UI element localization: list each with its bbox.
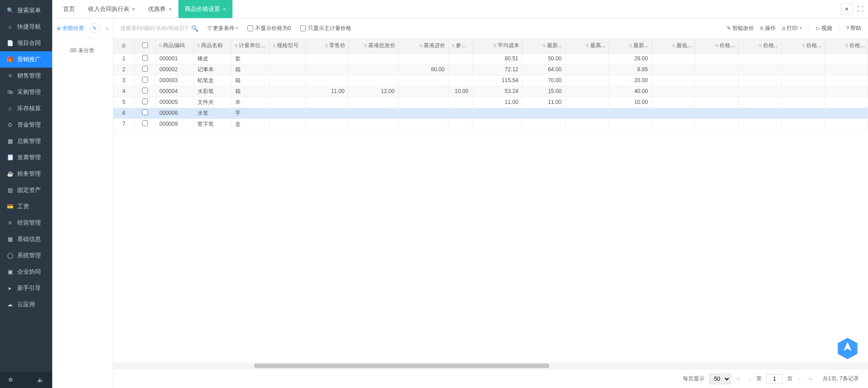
cell-retail[interactable] <box>305 97 348 108</box>
cell-p1[interactable] <box>695 75 738 86</box>
sidebar-item-cloud[interactable]: ☁云应用 <box>0 296 52 313</box>
cell-retail[interactable] <box>305 118 348 129</box>
tab[interactable]: 收入合同执行表× <box>82 0 142 18</box>
column-header[interactable]: ⇅商品编码 <box>156 39 194 53</box>
sidebar-item-receipt[interactable]: 🧾发票管理 <box>0 149 52 166</box>
cell-name[interactable]: 水笔 <box>193 108 232 118</box>
table-row[interactable]: 6000006水笔手 <box>113 108 868 118</box>
cell-c1[interactable]: 64.00 <box>522 64 565 75</box>
column-header[interactable]: ⇅参考... <box>449 39 472 53</box>
cell-wholesale[interactable] <box>348 53 398 64</box>
cell-wholesale[interactable] <box>348 118 398 129</box>
cell-c2[interactable] <box>565 75 608 86</box>
sidebar-item-bag[interactable]: 🛍采购管理 <box>0 84 52 100</box>
row-checkbox[interactable] <box>142 120 148 126</box>
column-header[interactable]: ⇅最高... <box>565 39 608 53</box>
column-header[interactable]: ⇅计量单位... <box>232 39 270 53</box>
cell-unit[interactable]: 箱 <box>232 64 270 75</box>
category-all-button[interactable]: ⊞ 全部分类 <box>57 25 84 32</box>
cell-p2[interactable] <box>738 108 781 118</box>
sidebar-item-guide[interactable]: ▸新手引导 <box>0 280 52 296</box>
cell-purchase[interactable] <box>399 118 449 129</box>
cell-c2[interactable] <box>565 108 608 118</box>
cell-purchase[interactable] <box>399 86 449 97</box>
sort-icon[interactable]: ⇅ <box>197 43 200 48</box>
cell-p2[interactable] <box>738 75 781 86</box>
column-header[interactable]: ⇅最低... <box>652 39 695 53</box>
cell-c4[interactable] <box>652 97 695 108</box>
settings-icon[interactable]: ⚙ <box>8 377 13 383</box>
cell-c1[interactable]: 70.00 <box>522 75 565 86</box>
select-all-checkbox[interactable] <box>142 42 148 48</box>
hide-zero-checkbox[interactable]: 不显示价格为0 <box>247 25 291 32</box>
cell-c1[interactable]: 50.00 <box>522 53 565 64</box>
cell-unit[interactable]: 手 <box>232 108 270 118</box>
cell-p4[interactable] <box>824 108 868 118</box>
cell-c4[interactable] <box>652 53 695 64</box>
cell-purchase[interactable] <box>399 108 449 118</box>
tab-close-icon[interactable]: × <box>223 6 226 12</box>
hide-zero-input[interactable] <box>247 25 253 31</box>
tab-close-icon[interactable]: × <box>168 6 171 12</box>
cell-wholesale[interactable] <box>348 64 398 75</box>
cell-spec[interactable] <box>269 64 305 75</box>
cell-avg[interactable] <box>472 118 522 129</box>
cell-name[interactable]: 铅笔盒 <box>193 75 232 86</box>
print-button[interactable]: ⎙打印▾ <box>782 25 802 32</box>
column-header[interactable]: ⇅价格... <box>824 39 868 53</box>
sidebar-item-cart[interactable]: ⚛销售管理 <box>0 68 52 84</box>
cell-code[interactable]: 000001 <box>156 53 194 64</box>
cell-ref[interactable] <box>449 118 472 129</box>
row-checkbox[interactable] <box>142 88 148 93</box>
column-header[interactable]: ⇅商品名称 <box>193 39 232 53</box>
column-header[interactable]: ⇅最新... <box>609 39 652 53</box>
cell-p4[interactable] <box>824 53 868 64</box>
sort-icon[interactable]: ⇅ <box>272 43 276 48</box>
cell-c1[interactable]: 11.00 <box>522 97 565 108</box>
category-node[interactable]: 00 未分类 <box>57 45 113 56</box>
cell-wholesale[interactable] <box>348 97 398 108</box>
next-page-button[interactable]: › <box>797 376 802 382</box>
row-checkbox[interactable] <box>142 98 148 104</box>
sidebar-item-info[interactable]: ▦基础信息 <box>0 231 52 247</box>
cell-spec[interactable] <box>269 53 305 64</box>
cell-avg[interactable]: 53.24 <box>472 86 522 97</box>
cell-p4[interactable] <box>824 118 868 129</box>
cell-c2[interactable] <box>565 118 608 129</box>
cell-code[interactable]: 000002 <box>156 64 194 75</box>
cell-p3[interactable] <box>781 108 824 118</box>
cell-p2[interactable] <box>738 64 781 75</box>
table-row[interactable]: 5000005文件夹米11.0011.0010.00 <box>113 97 868 108</box>
sort-icon[interactable]: ⇅ <box>234 43 238 48</box>
row-checkbox[interactable] <box>142 55 148 61</box>
cell-c3[interactable]: 29.00 <box>609 53 652 64</box>
scrollbar-thumb[interactable] <box>254 363 549 368</box>
cell-wholesale[interactable] <box>348 75 398 86</box>
cell-ref[interactable] <box>449 97 472 108</box>
cell-p3[interactable] <box>781 86 824 97</box>
sidebar-item-doc[interactable]: 📄项目合同 <box>0 35 52 51</box>
cell-p3[interactable] <box>781 75 824 86</box>
sort-icon[interactable]: ⇅ <box>493 43 497 48</box>
cell-code[interactable]: 000004 <box>156 86 194 97</box>
operate-button[interactable]: ⎘操作 <box>760 25 776 32</box>
cell-purchase[interactable] <box>399 75 449 86</box>
column-header[interactable]: ⇅基准进价 <box>399 39 449 53</box>
table-row[interactable]: 2000002记事本箱80.0072.1264.008.85 <box>113 64 868 75</box>
row-checkbox[interactable] <box>142 66 148 72</box>
cell-spec[interactable] <box>269 108 305 118</box>
fullscreen-icon[interactable]: ⛶ <box>857 5 863 13</box>
horizontal-scrollbar[interactable] <box>113 363 868 369</box>
cell-avg[interactable]: 72.12 <box>472 64 522 75</box>
table-row[interactable]: 3000003铅笔盒箱115.5470.0020.00 <box>113 75 868 86</box>
cell-p2[interactable] <box>738 118 781 129</box>
smart-price-button[interactable]: ✎智能改价 <box>727 25 754 32</box>
cell-c3[interactable]: 20.00 <box>609 75 652 86</box>
cell-avg[interactable]: 115.54 <box>472 75 522 86</box>
sound-icon[interactable]: 🔈 <box>37 377 44 383</box>
cell-c4[interactable] <box>652 118 695 129</box>
sidebar-item-house[interactable]: ⌂库存核算 <box>0 100 52 117</box>
cell-name[interactable]: 橡皮 <box>193 53 232 64</box>
cell-c4[interactable] <box>652 64 695 75</box>
video-button[interactable]: ▷视频 <box>816 25 832 32</box>
